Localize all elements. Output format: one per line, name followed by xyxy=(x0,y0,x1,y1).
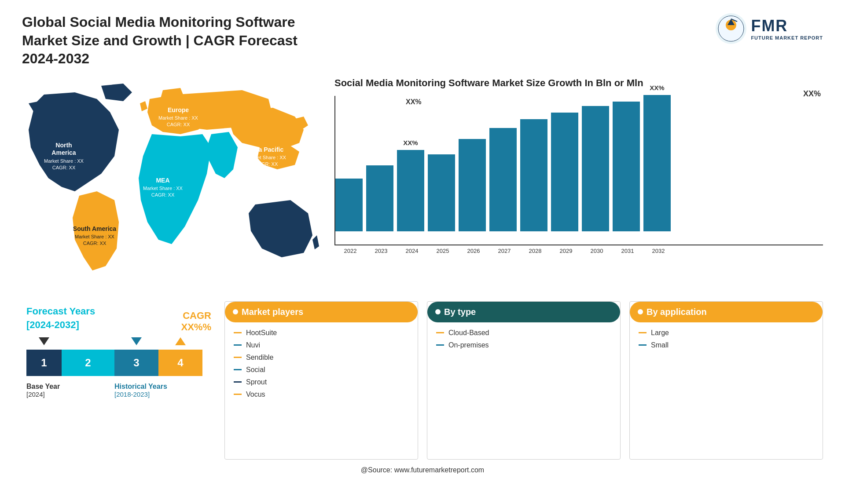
tl-seg-1: 1 xyxy=(26,350,62,376)
logo-area: FMR FUTURE MARKET REPORT xyxy=(716,13,823,44)
fmr-sublabel: FUTURE MARKET REPORT xyxy=(751,35,823,40)
app-large: Large xyxy=(651,329,669,337)
bar-label: XX% xyxy=(650,84,664,91)
player-nuvi: Nuvi xyxy=(246,341,260,349)
bar-year-label: 2022 xyxy=(337,248,364,254)
bar-item: XX% xyxy=(397,150,424,231)
card-dot xyxy=(233,309,238,314)
list-item: Sprout xyxy=(234,378,409,386)
card-by-type: By type Cloud-Based On-premises xyxy=(427,301,621,460)
cards-section: Market players HootSuite Nuvi Sendible xyxy=(224,301,823,460)
card-content-by-type: Cloud-Based On-premises xyxy=(427,322,620,360)
list-item: Vocus xyxy=(234,391,409,398)
dash-icon xyxy=(639,344,647,346)
svg-text:CAGR: XX: CAGR: XX xyxy=(52,165,76,170)
app-small: Small xyxy=(651,341,669,349)
list-item: Small xyxy=(639,341,814,349)
bar-label: XX% xyxy=(403,139,418,146)
type-cloud: Cloud-Based xyxy=(448,329,489,337)
dash-icon xyxy=(234,344,242,346)
card-dot xyxy=(638,309,643,314)
svg-text:CAGR: XX: CAGR: XX xyxy=(151,192,175,197)
svg-text:Market Share : XX: Market Share : XX xyxy=(44,158,84,164)
timeline-bar: 1 2 3 4 xyxy=(26,350,211,376)
bar-item xyxy=(428,154,455,231)
card-header-by-application: By application xyxy=(630,302,823,322)
card-title-by-application: By application xyxy=(647,307,707,317)
fmr-label: FMR xyxy=(751,17,823,35)
bar-item xyxy=(366,165,393,231)
world-map-svg: North America Market Share : XX CAGR: XX… xyxy=(22,77,321,288)
cagr-label: CAGR xyxy=(181,310,211,321)
bar-year-label: 2023 xyxy=(367,248,395,254)
chart-title: Social Media Monitoring Software Market … xyxy=(334,77,823,90)
forecast-years: [2024-2032] xyxy=(26,319,95,331)
bar-item xyxy=(582,106,609,231)
type-onprem: On-premises xyxy=(448,341,489,349)
list-item: HootSuite xyxy=(234,329,409,337)
cagr-arrow xyxy=(175,337,186,345)
chart-section: Social Media Monitoring Software Market … xyxy=(334,77,823,288)
bar-year-label: 2032 xyxy=(645,248,672,254)
historical-value: [2018-2023] xyxy=(114,391,202,398)
svg-text:Market Share : XX: Market Share : XX xyxy=(75,234,115,239)
timeline-labels: Base Year [2024] Historical Years [2018-… xyxy=(26,380,211,398)
historical-arrow xyxy=(131,337,142,345)
bar-year-label: 2026 xyxy=(460,248,487,254)
bar-item: XX% xyxy=(643,95,671,231)
source-text: @Source: www.futuremarketreport.com xyxy=(361,466,484,474)
bar-year-label: 2028 xyxy=(522,248,549,254)
tl-seg-2: 2 xyxy=(62,350,114,376)
bar-item xyxy=(335,179,363,231)
base-year-label: Base Year xyxy=(26,383,62,391)
dash-icon xyxy=(234,332,242,333)
dash-icon xyxy=(234,369,242,370)
player-hootsuite: HootSuite xyxy=(246,329,277,337)
bar-item xyxy=(520,119,547,231)
map-section: North America Market Share : XX CAGR: XX… xyxy=(22,77,321,288)
base-year-arrow xyxy=(39,337,49,345)
player-sprout: Sprout xyxy=(246,378,267,386)
main-content: North America Market Share : XX CAGR: XX… xyxy=(22,77,823,288)
svg-text:Asia Pacific: Asia Pacific xyxy=(249,146,284,153)
bar-item xyxy=(551,113,578,231)
historical-label: Historical Years xyxy=(114,383,202,391)
list-item: Social xyxy=(234,366,409,374)
list-item: Sendible xyxy=(234,354,409,362)
card-title-by-type: By type xyxy=(444,307,476,317)
cagr-value: XX%% xyxy=(181,321,211,333)
dash-icon xyxy=(436,344,444,346)
bottom-section: Forecast Years [2024-2032] CAGR XX%% xyxy=(22,301,823,460)
source-footer: @Source: www.futuremarketreport.com xyxy=(22,466,823,474)
logo-text: FMR FUTURE MARKET REPORT xyxy=(751,17,823,40)
bar-item xyxy=(489,128,517,231)
bar-year-label: 2027 xyxy=(491,248,518,254)
card-header-by-type: By type xyxy=(427,302,620,322)
dash-icon xyxy=(234,357,242,358)
page-header: Global Social Media Monitoring Software … xyxy=(22,13,823,68)
player-vocus: Vocus xyxy=(246,391,265,398)
card-content-market-players: HootSuite Nuvi Sendible Social xyxy=(225,322,418,409)
list-item: Nuvi xyxy=(234,341,409,349)
bar-year-label: 2031 xyxy=(614,248,641,254)
player-social: Social xyxy=(246,366,265,374)
bar-chart: XX%XX% xyxy=(334,96,823,245)
svg-text:South America: South America xyxy=(73,225,116,232)
card-dot xyxy=(435,309,441,314)
bar-item xyxy=(613,102,640,231)
list-item: On-premises xyxy=(436,341,611,349)
base-year-value: [2024] xyxy=(26,391,62,398)
bar-year-label: 2025 xyxy=(429,248,456,254)
list-item: Large xyxy=(639,329,814,337)
tl-seg-4: 4 xyxy=(158,350,202,376)
timeline-section: Forecast Years [2024-2032] CAGR XX%% xyxy=(22,301,216,460)
svg-text:MEA: MEA xyxy=(156,177,169,184)
card-content-by-application: Large Small xyxy=(630,322,823,360)
card-by-application: By application Large Small xyxy=(629,301,823,460)
tl-seg-3: 3 xyxy=(114,350,158,376)
forecast-row: Forecast Years [2024-2032] CAGR XX%% xyxy=(26,306,211,333)
logo-icon xyxy=(716,13,746,44)
svg-text:CAGR: XX: CAGR: XX xyxy=(83,241,107,246)
dash-icon xyxy=(234,381,242,383)
bar-item xyxy=(459,139,486,231)
